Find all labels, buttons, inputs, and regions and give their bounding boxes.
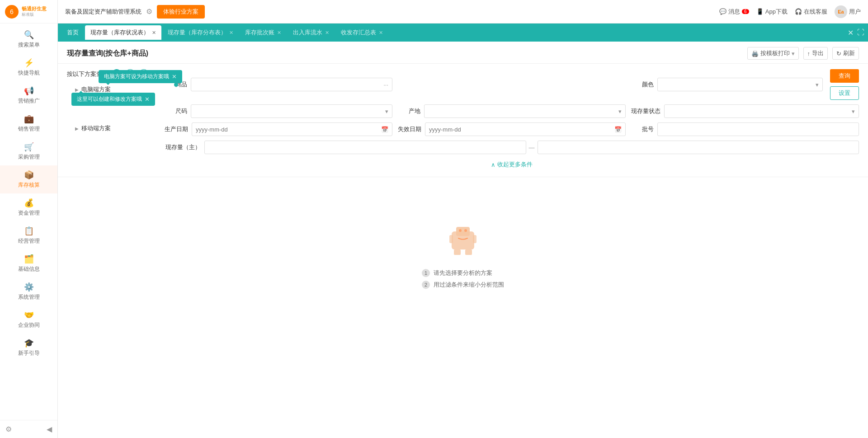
sidebar-item-label: 基础信息 bbox=[18, 265, 40, 273]
range-dash: — bbox=[529, 144, 535, 151]
filter-field-exp-date: 失效日期 📅 bbox=[398, 122, 626, 136]
empty-step-1: 1 请先选择要分析的方案 bbox=[422, 269, 504, 277]
filter-row-3: 生产日期 📅 失效日期 📅 bbox=[165, 122, 859, 136]
size-select[interactable]: ▾ bbox=[191, 104, 392, 118]
app-download-area[interactable]: 📱 App下载 bbox=[756, 8, 788, 16]
tab-close-icon[interactable]: ✕ bbox=[379, 30, 383, 36]
refresh-icon: ↻ bbox=[836, 50, 841, 57]
tooltip2-close-icon[interactable]: ✕ bbox=[145, 96, 150, 103]
sidebar-item-sales[interactable]: 💼 销售管理 bbox=[0, 109, 57, 137]
sidebar-item-purchase[interactable]: 🛒 采购管理 bbox=[0, 137, 57, 165]
tooltip1-close-icon[interactable]: ✕ bbox=[172, 73, 177, 80]
print-dropdown-icon: ▾ bbox=[792, 50, 795, 57]
filter-row-2: 尺码 ▾ 产地 ▾ bbox=[165, 104, 859, 118]
stock-main-to[interactable] bbox=[538, 141, 859, 154]
customer-service-area[interactable]: 🎧 在线客服 bbox=[795, 8, 827, 16]
filter-area: 按以下方案查询 + ✎ « bbox=[58, 64, 868, 177]
origin-select[interactable]: ▾ bbox=[424, 104, 626, 118]
reset-button[interactable]: 设置 bbox=[830, 86, 859, 100]
service-label: 在线客服 bbox=[804, 8, 827, 16]
exp-date-input[interactable]: 📅 bbox=[425, 122, 626, 136]
svg-rect-9 bbox=[465, 250, 472, 255]
connector-dot bbox=[174, 83, 178, 87]
search-button[interactable]: 查询 bbox=[830, 69, 859, 83]
tabbar: 首页 现存量（库存状况表） ✕ 现存量（库存分布表） ✕ 库存批次账 ✕ 出入库… bbox=[58, 24, 868, 42]
mfg-date-input[interactable]: 📅 bbox=[192, 122, 392, 136]
message-label: 消息 bbox=[728, 8, 740, 16]
filter-field-goods: 商品 ··· bbox=[165, 69, 392, 100]
exp-date-field[interactable] bbox=[429, 126, 614, 133]
tab-close-icon[interactable]: ✕ bbox=[229, 30, 233, 36]
sidebar-item-operations[interactable]: 📋 经营管理 bbox=[0, 221, 57, 250]
quick-nav-icon: ⚡ bbox=[24, 58, 34, 68]
sidebar-item-quick-nav[interactable]: ⚡ 快捷导航 bbox=[0, 53, 57, 81]
topbar-left: 装备及固定资产辅助管理系统 ⚙ 体验行业方案 bbox=[65, 5, 205, 19]
refresh-button[interactable]: ↻ 刷新 bbox=[832, 47, 859, 60]
sidebar-item-collab[interactable]: 🤝 企业协同 bbox=[0, 306, 57, 334]
message-area[interactable]: 💬 消息 6 bbox=[719, 8, 749, 16]
scheme-item-mobile[interactable]: ▶ 移动端方案 bbox=[71, 122, 157, 134]
stock-main-from[interactable] bbox=[204, 141, 526, 154]
user-area[interactable]: Ea 用户 bbox=[835, 5, 861, 18]
sidebar-item-finance[interactable]: 💰 资金管理 bbox=[0, 193, 57, 221]
filter-row-4: 现存量（主） — bbox=[165, 141, 859, 154]
sidebar-nav: 🔍 搜索菜单 ⚡ 快捷导航 📢 营销推广 💼 销售管理 🛒 采购管理 📦 库存核… bbox=[0, 24, 57, 420]
scheme-arrow-icon: ▶ bbox=[75, 87, 79, 92]
tab-batch-account[interactable]: 库存批次账 ✕ bbox=[240, 25, 287, 40]
service-icon: 🎧 bbox=[795, 8, 802, 15]
empty-step2-text: 用过滤条件来缩小分析范围 bbox=[434, 281, 504, 289]
sidebar-item-search[interactable]: 🔍 搜索菜单 bbox=[0, 25, 57, 53]
collapse-button[interactable]: ∧ 收起更多条件 bbox=[165, 158, 859, 171]
industry-plan-button[interactable]: 体验行业方案 bbox=[157, 5, 205, 19]
export-button[interactable]: ↑ 导出 bbox=[803, 47, 828, 60]
tab-in-out-flow[interactable]: 出入库流水 ✕ bbox=[288, 25, 335, 40]
goods-select-dots: ··· bbox=[383, 81, 388, 88]
sidebar-settings-icon[interactable]: ⚙ bbox=[5, 425, 12, 433]
size-select-arrow: ▾ bbox=[385, 108, 388, 115]
calendar2-icon[interactable]: 📅 bbox=[614, 126, 622, 133]
stock-status-arrow: ▾ bbox=[852, 108, 855, 115]
svg-point-7 bbox=[464, 229, 467, 232]
tab-close-icon[interactable]: ✕ bbox=[325, 30, 329, 36]
batch-input[interactable] bbox=[657, 122, 859, 136]
tab-label: 出入库流水 bbox=[293, 28, 322, 37]
sidebar-item-guide[interactable]: 🎓 新手引导 bbox=[0, 334, 57, 362]
print-button[interactable]: 🖨️ 按模板打印 ▾ bbox=[747, 47, 799, 60]
tabbar-actions: ✕ ⛶ bbox=[848, 28, 864, 37]
tab-close-icon[interactable]: ✕ bbox=[277, 30, 281, 36]
tab-maximize-icon[interactable]: ⛶ bbox=[857, 28, 864, 37]
sidebar-item-label: 系统管理 bbox=[18, 293, 40, 301]
step-2-num: 2 bbox=[422, 281, 430, 289]
settings-icon[interactable]: ⚙ bbox=[146, 7, 152, 16]
size-label: 尺码 bbox=[165, 107, 187, 115]
svg-point-6 bbox=[459, 229, 462, 232]
page-actions: 🖨️ 按模板打印 ▾ ↑ 导出 ↻ 刷新 bbox=[747, 47, 859, 60]
goods-select[interactable]: ··· bbox=[191, 78, 392, 91]
tab-close-icon[interactable]: ✕ bbox=[152, 30, 156, 36]
calendar-icon[interactable]: 📅 bbox=[381, 126, 388, 133]
sidebar-item-marketing[interactable]: 📢 营销推广 bbox=[0, 81, 57, 109]
stock-main-range: — bbox=[204, 141, 859, 154]
tab-home[interactable]: 首页 bbox=[61, 25, 84, 40]
sidebar-item-inventory[interactable]: 📦 库存核算 bbox=[0, 165, 57, 193]
sidebar-item-label: 资金管理 bbox=[18, 209, 40, 217]
color-select[interactable]: ▾ bbox=[657, 78, 823, 91]
stock-status-select[interactable]: ▾ bbox=[664, 104, 859, 118]
sidebar-item-label: 采购管理 bbox=[18, 153, 40, 161]
tab-inventory-status[interactable]: 现存量（库存状况表） ✕ bbox=[85, 25, 161, 40]
topbar: 装备及固定资产辅助管理系统 ⚙ 体验行业方案 💬 消息 6 📱 App下载 🎧 … bbox=[58, 0, 868, 24]
stock-main-label: 现存量（主） bbox=[165, 143, 201, 151]
system-icon: ⚙️ bbox=[24, 282, 34, 292]
sidebar-collapse-icon[interactable]: ◀ bbox=[47, 425, 52, 433]
sidebar-item-label: 营销推广 bbox=[18, 97, 40, 105]
scheme-list: ▶ 电脑端方案 这里可以创建和修改方案哦 ✕ bbox=[67, 84, 157, 134]
tab-close-all-icon[interactable]: ✕ bbox=[848, 28, 854, 37]
sidebar-item-label: 快捷导航 bbox=[18, 69, 40, 77]
sidebar-item-system[interactable]: ⚙️ 系统管理 bbox=[0, 278, 57, 306]
mfg-date-field[interactable] bbox=[196, 126, 381, 133]
tab-inventory-dist[interactable]: 现存量（库存分布表） ✕ bbox=[162, 25, 239, 40]
tab-receive-send[interactable]: 收发存汇总表 ✕ bbox=[335, 25, 388, 40]
batch-label: 批号 bbox=[631, 125, 654, 133]
sidebar-item-base-info[interactable]: 🗂️ 基础信息 bbox=[0, 250, 57, 278]
sidebar-item-label: 经营管理 bbox=[18, 237, 40, 245]
